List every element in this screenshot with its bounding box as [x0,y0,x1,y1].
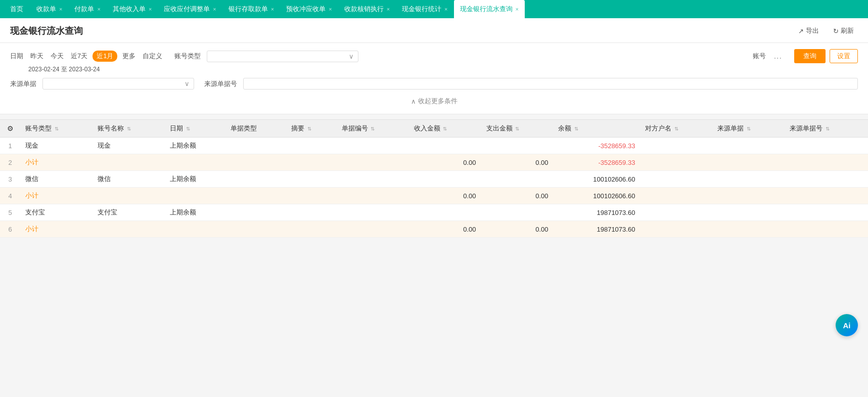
source-doc-label: 来源单据 [10,79,36,89]
cell-date: 上期余额 [165,204,225,221]
date-option-近1月[interactable]: 近1月 [93,51,117,62]
cell-account_name: 微信 [93,171,165,188]
cell-account_name: 支付宝 [93,204,165,221]
col-header-source_doc_num[interactable]: 来源单据号 ⇅ [785,120,868,138]
sort-icon-income: ⇅ [442,126,447,131]
sort-icon-doc_number: ⇅ [370,126,375,131]
cell-summary [286,138,337,154]
cell-expense [481,138,554,154]
cell-seq: 5 [0,204,20,221]
cell-account_type: 现金 [20,138,93,154]
cell-summary [286,188,337,204]
source-doc-num-label: 来源单据号 [204,79,237,89]
cell-doc_type [225,221,286,238]
sort-icon-source_doc: ⇅ [745,126,751,131]
cell-expense: 0.00 [481,188,554,204]
top-navigation: 首页 收款单×付款单×其他收入单×应收应付调整单×银行存取款单×预收冲应收单×收… [0,0,868,18]
col-header-summary[interactable]: 摘要 ⇅ [286,120,337,138]
source-doc-filter: 来源单据 ∨ [10,78,194,90]
date-option-自定义[interactable]: 自定义 [141,51,164,62]
export-button[interactable]: ↗ 导出 [794,24,823,37]
date-option-近7天[interactable]: 近7天 [69,51,89,62]
settings-button[interactable]: 设置 [830,49,858,63]
nav-home[interactable]: 首页 [4,0,29,18]
col-header-income[interactable]: 收入金额 ⇅ [409,120,481,138]
date-options: 昨天今天近7天近1月更多自定义 [28,51,164,62]
close-tab-icon[interactable]: × [97,6,100,12]
close-tab-icon[interactable]: × [213,6,216,12]
sort-icon-account_type: ⇅ [53,126,59,131]
cell-income [409,171,481,188]
source-doc-num-input[interactable] [243,78,858,90]
account-type-dropdown[interactable]: ∨ [207,51,358,62]
cell-doc_number [337,204,409,221]
cell-expense [481,204,554,221]
export-icon: ↗ [798,27,804,35]
gear-icon[interactable]: ⚙ [7,124,14,133]
chevron-down-icon-2: ∨ [185,80,190,87]
refresh-button[interactable]: ↻ 刷新 [829,24,858,37]
cell-doc_number [337,138,409,154]
close-tab-icon[interactable]: × [59,6,62,12]
close-tab-icon[interactable]: × [516,6,519,12]
date-range-text: 2023-02-24 至 2023-03-24 [28,66,100,73]
cell-source_doc_num [785,154,868,171]
cell-source_doc [712,171,785,188]
date-option-昨天[interactable]: 昨天 [28,51,45,62]
close-tab-icon[interactable]: × [387,6,390,12]
sort-icon-account_name: ⇅ [125,126,131,131]
close-tab-icon[interactable]: × [329,6,332,12]
cell-counterpart [640,188,712,204]
date-option-更多[interactable]: 更多 [120,51,138,62]
cell-doc_type [225,204,286,221]
cell-doc_type [225,154,286,171]
cell-summary [286,204,337,221]
nav-tab-现金银行流水查询[interactable]: 现金银行流水查询× [454,0,525,18]
collapse-conditions-button[interactable]: ∧ 收起更多条件 [10,95,858,108]
cell-counterpart [640,171,712,188]
cell-expense [481,171,554,188]
nav-tab-收款核销执行[interactable]: 收款核销执行× [338,0,396,18]
sort-icon-date: ⇅ [185,126,190,131]
col-header-account_type[interactable]: 账号类型 ⇅ [20,120,93,138]
date-option-今天[interactable]: 今天 [49,51,66,62]
nav-tab-收款单[interactable]: 收款单× [30,0,68,18]
account-type-filter: 账号类型 ∨ [174,51,742,62]
cell-doc_number [337,221,409,238]
col-header-doc_number[interactable]: 单据编号 ⇅ [337,120,409,138]
close-tab-icon[interactable]: × [444,6,447,12]
query-button[interactable]: 查询 [794,49,826,63]
source-doc-dropdown[interactable]: ∨ [42,78,194,90]
table-row: 4小计0.000.00100102606.60 [0,188,868,204]
cell-seq: 1 [0,138,20,154]
close-tab-icon[interactable]: × [149,6,152,12]
cell-balance: -3528659.33 [553,154,640,171]
cell-income: 0.00 [409,221,481,238]
cell-income [409,204,481,221]
col-header-account_name[interactable]: 账号名称 ⇅ [93,120,165,138]
account-ellipsis-button[interactable]: ... [772,52,784,61]
col-header-expense[interactable]: 支出金额 ⇅ [481,120,554,138]
col-header-balance[interactable]: 余额 ⇅ [553,120,640,138]
col-header-date[interactable]: 日期 ⇅ [165,120,225,138]
sort-icon-balance: ⇅ [573,126,578,131]
sort-icon-counterpart: ⇅ [673,126,678,131]
cell-expense: 0.00 [481,154,554,171]
cell-summary [286,154,337,171]
nav-tab-预收冲应收单[interactable]: 预收冲应收单× [280,0,338,18]
nav-tab-其他收入单[interactable]: 其他收入单× [107,0,158,18]
cell-source_doc_num [785,188,868,204]
date-range-display: 2023-02-24 至 2023-03-24 [26,65,858,74]
table-row: 3微信微信上期余额100102606.60 [0,171,868,188]
nav-tab-应收应付调整单[interactable]: 应收应付调整单× [158,0,222,18]
col-header-counterpart[interactable]: 对方户名 ⇅ [640,120,712,138]
cell-balance: 19871073.60 [553,221,640,238]
col-header-source_doc[interactable]: 来源单据 ⇅ [712,120,785,138]
nav-tab-现金银行统计[interactable]: 现金银行统计× [396,0,453,18]
nav-tab-付款单[interactable]: 付款单× [68,0,106,18]
cell-doc_type [225,188,286,204]
close-tab-icon[interactable]: × [271,6,274,12]
nav-tab-银行存取款单[interactable]: 银行存取款单× [222,0,280,18]
sort-icon-expense: ⇅ [514,126,520,131]
table-row: 2小计0.000.00-3528659.33 [0,154,868,171]
